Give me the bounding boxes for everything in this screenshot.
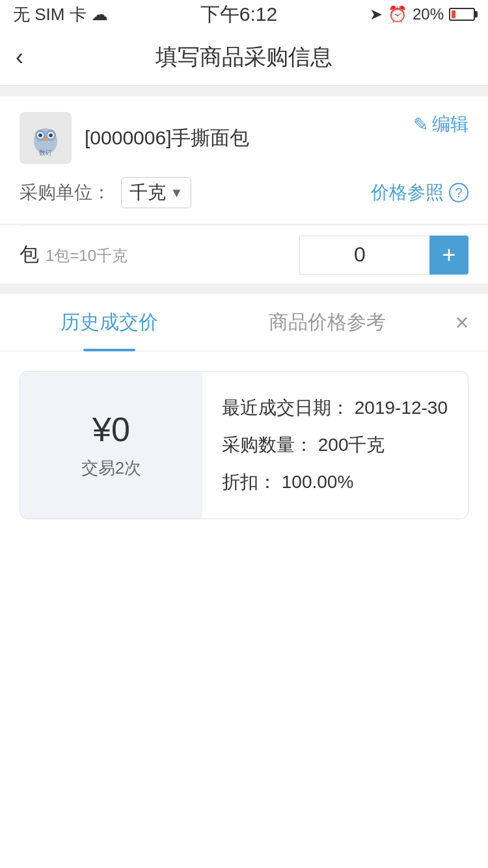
purchase-qty-label: 采购数量： [222,435,313,455]
price-record-left: ¥0 交易2次 [20,372,202,519]
alarm-icon: ⏰ [388,5,407,23]
tab-product-price-ref-label: 商品价格参考 [269,309,386,336]
status-signal: 无 SIM 卡 ☁ [13,3,108,26]
purchase-qty-row: 采购数量： 200千克 [222,432,448,457]
quantity-section: 包 1包=10千克 + [0,225,488,284]
svg-point-7 [43,137,48,141]
quantity-row: 包 1包=10千克 + [20,225,468,284]
product-unit-row: 采购单位： 千克 ▼ 价格参照 ? [20,177,468,208]
white-fill-area [0,539,488,868]
price-reference-button[interactable]: 价格参照 ? [371,180,468,205]
history-price-content: ¥0 交易2次 最近成交日期： 2019-12-30 采购数量： 200千克 折… [0,351,488,539]
product-name: [0000006]手撕面包 [85,125,249,152]
quantity-unit-name: 包 [20,241,39,268]
price-record-card: ¥0 交易2次 最近成交日期： 2019-12-30 采购数量： 200千克 折… [20,371,468,519]
quantity-plus-button[interactable]: + [429,236,468,275]
battery-icon [449,8,475,21]
owl-icon: 数订 [26,118,65,157]
bottom-panel: 历史成交价 商品价格参考 × ¥0 交易2次 最近成交日期： 2019-12-3… [0,294,488,539]
price-record-right: 最近成交日期： 2019-12-30 采购数量： 200千克 折扣： 100.0… [202,372,468,519]
tabs-row: 历史成交价 商品价格参考 × [0,294,488,351]
svg-text:数订: 数订 [39,149,52,156]
recent-date-label: 最近成交日期： [222,398,349,418]
product-info: 数订 [0000006]手撕面包 [20,112,249,164]
quantity-input-group: + [299,236,468,275]
quantity-input[interactable] [299,236,429,275]
tab-product-price-ref[interactable]: 商品价格参考 [218,294,436,351]
unit-dropdown-arrow: ▼ [170,185,183,200]
recent-date-row: 最近成交日期： 2019-12-30 [222,395,448,420]
back-button[interactable]: ‹ [16,44,23,71]
status-time: 下午6:12 [200,1,277,28]
price-value: ¥0 [92,410,130,449]
edit-button[interactable]: ✎ 编辑 [413,112,468,137]
nav-bar: ‹ 填写商品采购信息 [0,29,488,86]
location-icon: ➤ [370,5,383,23]
discount-label: 折扣： [222,472,277,492]
status-battery-area: ➤ ⏰ 20% [370,5,475,23]
quantity-unit-info: 包 1包=10千克 [20,241,128,268]
purchase-qty-value: 200千克 [318,435,385,455]
discount-value: 100.00% [282,472,354,492]
product-card: 数订 [0000006]手撕面包 ✎ 编辑 采购单位： 千克 ▼ 价格参照 ? [0,96,488,224]
recent-date-value: 2019-12-30 [355,398,448,418]
page-title: 填写商品采购信息 [156,42,332,72]
help-icon: ? [449,183,468,202]
discount-row: 折扣： 100.00% [222,469,448,495]
svg-point-5 [38,133,42,137]
svg-point-6 [49,133,53,137]
battery-percentage: 20% [413,5,444,23]
unit-label: 采购单位： [20,182,111,202]
unit-selector-group: 采购单位： 千克 ▼ [20,177,191,208]
quantity-unit-equiv: 1包=10千克 [46,245,128,266]
tab-history-price[interactable]: 历史成交价 [0,294,218,351]
product-thumbnail: 数订 [20,112,72,164]
tab-active-indicator [83,349,135,351]
edit-icon: ✎ [413,114,428,135]
status-bar: 无 SIM 卡 ☁ 下午6:12 ➤ ⏰ 20% [0,0,488,29]
product-header: 数订 [0000006]手撕面包 ✎ 编辑 [20,112,468,164]
trade-count: 交易2次 [81,457,141,480]
unit-select[interactable]: 千克 ▼ [121,177,191,208]
tab-history-price-label: 历史成交价 [61,309,158,336]
panel-close-button[interactable]: × [436,309,488,336]
